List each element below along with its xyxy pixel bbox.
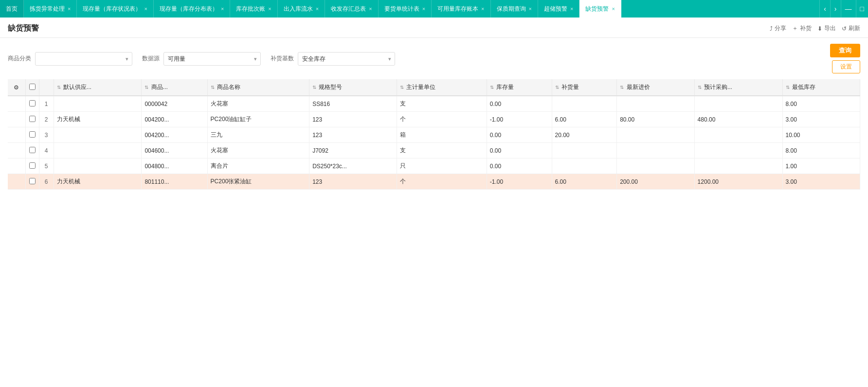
share-button[interactable]: ⤴ 分享 <box>770 24 786 33</box>
tab-3-close[interactable]: × <box>221 6 224 12</box>
export-icon: ⬇ <box>817 25 822 32</box>
filter-row: 商品分类 数据源 可用量 补货基数 <box>0 38 868 79</box>
col-latest-price[interactable]: ⇅ 最新进价 <box>617 79 694 96</box>
row-product-code-4: 004800... <box>142 158 207 174</box>
row-check-3 <box>25 143 39 158</box>
sort-arrow-icon10: ⇅ <box>786 85 790 90</box>
row-est-purchase-4 <box>694 158 782 174</box>
gear-icon[interactable]: ⚙ <box>14 84 19 91</box>
tab-6-close[interactable]: × <box>369 6 372 12</box>
tab-home[interactable]: 首页 <box>0 0 24 18</box>
tab-1-close[interactable]: × <box>68 6 71 12</box>
sort-arrow-icon2: ⇅ <box>145 85 148 90</box>
tab-4[interactable]: 库存批次账 × <box>230 0 277 18</box>
tab-2-label: 现存量（库存状况表） <box>83 5 141 13</box>
tab-8[interactable]: 可用量库存账本 × <box>432 0 490 18</box>
tab-10[interactable]: 超储预警 × <box>538 0 579 18</box>
tab-8-close[interactable]: × <box>481 6 484 12</box>
col-latest-price-label: 最新进价 <box>627 84 650 90</box>
tab-11-close[interactable]: × <box>612 6 615 12</box>
row-latest-price-5: 200.00 <box>617 174 694 190</box>
tab-5-close[interactable]: × <box>316 6 319 12</box>
row-num-1: 2 <box>39 112 54 127</box>
row-checkbox-2[interactable] <box>29 131 36 138</box>
tab-9[interactable]: 保质期查询 × <box>491 0 538 18</box>
tab-1-label: 拣货异常处理 <box>30 5 65 13</box>
export-button[interactable]: ⬇ 导出 <box>817 24 836 33</box>
row-checkbox-0[interactable] <box>29 100 36 106</box>
col-min-stock[interactable]: ⇅ 最低库存 <box>782 79 860 96</box>
base-select-wrapper: 安全库存 <box>298 52 395 66</box>
replenish-button[interactable]: ＋ 补货 <box>792 24 812 33</box>
tab-7[interactable]: 要货单统计表 × <box>379 0 432 18</box>
row-spec-2: 123 <box>309 127 397 143</box>
tab-3-label: 现存量（库存分布表） <box>160 5 218 13</box>
row-checkbox-3[interactable] <box>29 147 36 153</box>
sort-arrow-icon9: ⇅ <box>698 85 702 90</box>
col-supplier-label: 默认供应... <box>63 84 91 90</box>
row-checkbox-4[interactable] <box>29 162 36 169</box>
tab-10-label: 超储预警 <box>544 5 567 13</box>
tab-2[interactable]: 现存量（库存状况表） × <box>77 0 153 18</box>
table-row: 3 004200... 三九 123 箱 0.00 20.00 10.00 <box>8 127 860 143</box>
col-spec-label: 规格型号 <box>319 84 342 90</box>
tab-4-close[interactable]: × <box>268 6 271 12</box>
tab-10-close[interactable]: × <box>570 6 573 12</box>
col-product-name[interactable]: ⇅ 商品名称 <box>207 79 309 96</box>
tab-2-close[interactable]: × <box>144 6 147 12</box>
tab-1[interactable]: 拣货异常处理 × <box>24 0 77 18</box>
row-unit-4: 只 <box>397 158 487 174</box>
query-button[interactable]: 查询 <box>830 44 860 57</box>
row-gear-2 <box>8 127 25 143</box>
base-select[interactable]: 安全库存 <box>298 52 395 66</box>
settings-button[interactable]: 设置 <box>832 60 860 73</box>
category-select[interactable] <box>35 52 132 66</box>
col-supplier[interactable]: ⇅ 默认供应... <box>54 79 142 96</box>
tab-maximize-button[interactable]: □ <box>856 0 868 18</box>
export-label: 导出 <box>824 24 836 33</box>
tab-11[interactable]: 缺货预警 × <box>579 0 621 18</box>
row-min-stock-1: 3.00 <box>782 112 860 127</box>
col-stock[interactable]: ⇅ 库存量 <box>487 79 552 96</box>
col-product-code[interactable]: ⇅ 商品... <box>142 79 207 96</box>
row-checkbox-5[interactable] <box>29 178 36 184</box>
row-est-purchase-3 <box>694 143 782 158</box>
row-unit-5: 个 <box>397 174 487 190</box>
row-latest-price-2 <box>617 127 694 143</box>
datasource-select[interactable]: 可用量 <box>163 52 261 66</box>
tab-3[interactable]: 现存量（库存分布表） × <box>154 0 230 18</box>
row-check-5 <box>25 174 39 190</box>
col-unit[interactable]: ⇅ 主计量单位 <box>397 79 487 96</box>
tab-11-label: 缺货预警 <box>585 5 609 13</box>
select-all-checkbox[interactable] <box>29 84 36 90</box>
row-stock-2: 0.00 <box>487 127 552 143</box>
col-check <box>25 79 39 96</box>
col-est-purchase[interactable]: ⇅ 预计采购... <box>694 79 782 96</box>
share-icon: ⤴ <box>770 25 773 32</box>
row-product-code-5: 801110... <box>142 174 207 190</box>
tab-4-label: 库存批次账 <box>236 5 265 13</box>
row-product-code-0: 0000042 <box>142 96 207 112</box>
tab-6-label: 收发存汇总表 <box>331 5 366 13</box>
tab-nav-buttons: ‹ › — □ <box>819 0 868 18</box>
row-supplier-1: 力天机械 <box>54 112 142 127</box>
tab-prev-button[interactable]: ‹ <box>819 0 830 18</box>
tab-5[interactable]: 出入库流水 × <box>278 0 325 18</box>
row-check-0 <box>25 96 39 112</box>
col-num <box>39 79 54 96</box>
col-spec[interactable]: ⇅ 规格型号 <box>309 79 397 96</box>
col-replenish[interactable]: ⇅ 补货量 <box>552 79 617 96</box>
row-product-name-5: PC200张紧油缸 <box>207 174 309 190</box>
tab-next-button[interactable]: › <box>830 0 841 18</box>
tab-6[interactable]: 收发存汇总表 × <box>325 0 378 18</box>
row-stock-3: 0.00 <box>487 143 552 158</box>
tab-minimize-button[interactable]: — <box>841 0 856 18</box>
row-spec-1: 123 <box>309 112 397 127</box>
tab-9-close[interactable]: × <box>529 6 532 12</box>
tab-7-close[interactable]: × <box>422 6 425 12</box>
row-est-purchase-5: 1200.00 <box>694 174 782 190</box>
col-gear[interactable]: ⚙ <box>8 79 25 96</box>
refresh-button[interactable]: ↺ 刷新 <box>842 24 860 33</box>
row-checkbox-1[interactable] <box>29 116 36 122</box>
datasource-filter-group: 数据源 可用量 <box>142 52 261 66</box>
